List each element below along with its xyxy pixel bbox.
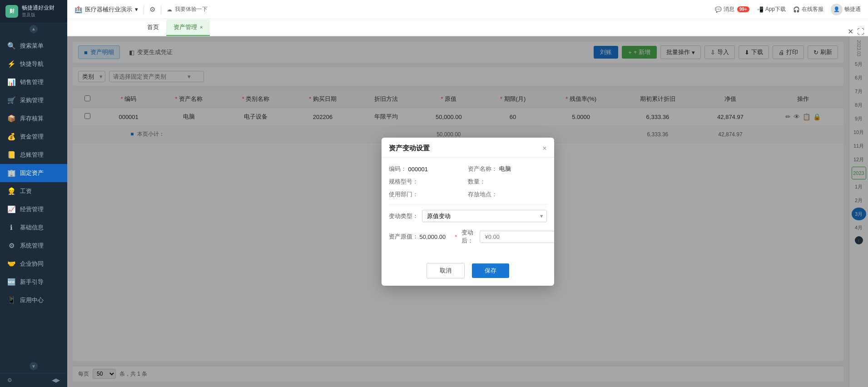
company-dropdown-icon: ▾	[135, 6, 138, 13]
sidebar-item-label: 基础信息	[20, 223, 44, 232]
collapse-icon[interactable]: ◀▶	[52, 377, 60, 383]
system-icon: ⚙	[7, 242, 15, 250]
experience-label: 我要体验一下	[175, 5, 208, 13]
headset-icon: 🎧	[793, 6, 800, 13]
inventory-icon: 📦	[7, 114, 15, 123]
experience-icon: ☁	[167, 6, 172, 13]
dialog-body: 编码： 000001 资产名称： 电脑 规格型号：	[382, 158, 554, 258]
dialog-quantity-cell: 数量：	[468, 178, 547, 186]
company-selector[interactable]: 🏥 医疗器械行业演示 ▾	[74, 5, 138, 14]
user-avatar: 👤	[831, 4, 843, 15]
settings-icon[interactable]: ⚙	[7, 377, 12, 383]
app-download-icon: 📲	[757, 6, 764, 13]
sidebar-item-label: 新手引导	[20, 278, 44, 286]
dialog-after-label: 变动后：	[461, 228, 473, 245]
sidebar-item-payroll[interactable]: 👷 工资	[0, 182, 67, 200]
sales-icon: 📊	[7, 78, 15, 86]
search-icon: 🔍	[7, 42, 15, 50]
sidebar-item-basic-info[interactable]: ℹ 基础信息	[0, 218, 67, 237]
topbar-divider2	[161, 5, 161, 14]
topbar-settings-icon[interactable]: ⚙	[149, 5, 155, 14]
dialog-code-label: 编码：	[389, 165, 407, 173]
main-area: 🏥 医疗器械行业演示 ▾ ⚙ ☁ 我要体验一下 💬 消息 99+ 📲 App下载…	[67, 0, 868, 387]
app-edition: 普及版	[22, 12, 55, 18]
sidebar-item-label: 采购管理	[20, 96, 44, 104]
app-branding: 畅捷通好业财 普及版	[22, 5, 55, 18]
sidebar-scroll-up[interactable]: ▲	[30, 25, 38, 33]
dialog-name-value: 电脑	[499, 165, 511, 173]
sidebar-item-search[interactable]: 🔍 搜索菜单	[0, 37, 67, 55]
sidebar-item-cooperation[interactable]: 🤝 企业协同	[0, 255, 67, 273]
sidebar-item-system[interactable]: ⚙ 系统管理	[0, 237, 67, 255]
dialog-original-value-label: 资产原值：	[389, 233, 416, 241]
tab-maximize-icon[interactable]: ⛶	[857, 28, 864, 36]
dialog-change-type-wrap: 原值变动 数量变动 部门变动	[422, 210, 547, 222]
sidebar-item-label: 资金管理	[20, 133, 44, 141]
dialog-required-star: *	[455, 233, 457, 240]
message-icon: 💬	[715, 6, 722, 13]
app-name: 畅捷通好业财	[22, 5, 55, 12]
sidebar-item-label: 工资	[20, 187, 32, 195]
app-logo-icon: 财	[5, 5, 18, 18]
cancel-btn[interactable]: 取消	[427, 263, 465, 278]
sidebar: 财 畅捷通好业财 普及版 ▲ 🔍 搜索菜单 ⚡ 快捷导航 📊 销售管理 🛒 采购…	[0, 0, 67, 387]
fixed-assets-icon: 🏢	[7, 169, 15, 177]
purchase-icon: 🛒	[7, 96, 15, 104]
app-download-label: App下载	[765, 5, 786, 13]
dialog-info-row-1: 编码： 000001 资产名称： 电脑	[389, 165, 547, 173]
message-btn[interactable]: 💬 消息 99+	[715, 5, 749, 13]
dialog-quantity-label: 数量：	[468, 178, 486, 186]
online-service-label: 在线客服	[802, 5, 823, 13]
dialog-dept-label: 使用部门：	[389, 190, 418, 198]
online-service-btn[interactable]: 🎧 在线客服	[793, 5, 823, 13]
dialog-title: 资产变动设置	[389, 144, 430, 153]
sidebar-item-purchase[interactable]: 🛒 采购管理	[0, 91, 67, 109]
dialog-close-icon[interactable]: ×	[542, 144, 546, 153]
sidebar-item-quicknav[interactable]: ⚡ 快捷导航	[0, 55, 67, 73]
sidebar-item-label: 销售管理	[20, 78, 44, 86]
sidebar-item-label: 应用中心	[20, 296, 44, 304]
experience-btn[interactable]: ☁ 我要体验一下	[167, 5, 208, 13]
dialog-after-input[interactable]	[480, 231, 554, 243]
tab-close-icon[interactable]: ×	[200, 25, 203, 30]
dialog-spec-cell: 规格型号：	[389, 178, 468, 186]
tab-asset-management[interactable]: 资产管理 ×	[166, 20, 210, 36]
sidebar-item-guide[interactable]: 🆕 新手引导	[0, 273, 67, 291]
save-btn[interactable]: 保存	[472, 263, 509, 278]
sidebar-item-app-center[interactable]: 📱 应用中心	[0, 291, 67, 309]
sidebar-item-gl[interactable]: 📒 总账管理	[0, 146, 67, 164]
quicknav-icon: ⚡	[7, 60, 15, 68]
sidebar-item-funds[interactable]: 💰 资金管理	[0, 128, 67, 146]
tab-home[interactable]: 首页	[140, 20, 166, 36]
tab-close-window-icon[interactable]: ✕	[848, 27, 853, 36]
payroll-icon: 👷	[7, 187, 15, 195]
user-btn[interactable]: 👤 畅捷通	[831, 4, 861, 15]
sidebar-item-inventory[interactable]: 📦 库存核算	[0, 109, 67, 128]
topbar-right: 💬 消息 99+ 📲 App下载 🎧 在线客服 👤 畅捷通	[715, 4, 861, 15]
sidebar-item-sales[interactable]: 📊 销售管理	[0, 73, 67, 91]
dialog-change-type-label: 变动类型：	[389, 212, 418, 220]
dialog-header: 资产变动设置 ×	[382, 138, 554, 158]
company-name: 医疗器械行业演示	[85, 5, 132, 14]
dialog-location-cell: 存放地点：	[468, 190, 547, 198]
sidebar-nav: 🔍 搜索菜单 ⚡ 快捷导航 📊 销售管理 🛒 采购管理 📦 库存核算 💰 资金管…	[0, 37, 67, 361]
sidebar-item-label: 快捷导航	[20, 60, 44, 68]
app-center-icon: 📱	[7, 296, 15, 304]
dialog-change-type-row: 变动类型： 原值变动 数量变动 部门变动	[389, 210, 547, 222]
dialog-original-value-display: 50,000.00	[420, 233, 446, 240]
dialog-code-value: 000001	[408, 166, 428, 173]
sidebar-header: 财 畅捷通好业财 普及版	[0, 0, 67, 23]
dialog-change-type-select[interactable]: 原值变动 数量变动 部门变动	[422, 210, 547, 222]
sidebar-scroll-down[interactable]: ▼	[30, 362, 38, 370]
sidebar-item-label: 企业协同	[20, 260, 44, 268]
sidebar-item-fixed-assets[interactable]: 🏢 固定资产	[0, 164, 67, 182]
dialog-spec-label: 规格型号：	[389, 178, 418, 186]
app-download-btn[interactable]: 📲 App下载	[757, 5, 786, 13]
sidebar-footer: ⚙ ◀▶	[0, 373, 67, 387]
dialog-location-label: 存放地点：	[468, 190, 497, 198]
tab-label: 资产管理	[174, 23, 197, 31]
cooperation-icon: 🤝	[7, 260, 15, 268]
message-badge: 99+	[737, 6, 749, 12]
dialog-dept-cell: 使用部门：	[389, 190, 468, 198]
sidebar-item-operations[interactable]: 📈 经营管理	[0, 200, 67, 218]
